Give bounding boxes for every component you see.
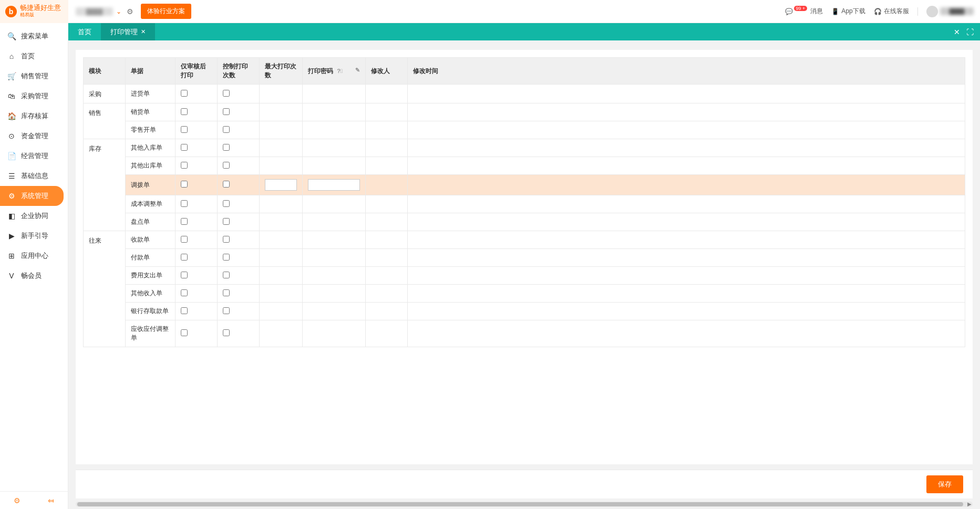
doc-cell: 销货单 xyxy=(126,103,176,121)
sidebar-icon: ⚙ xyxy=(7,192,16,200)
save-button[interactable]: 保存 xyxy=(926,475,963,493)
sidebar-item-5[interactable]: ⊙资金管理 xyxy=(0,126,68,146)
th-doc: 单据 xyxy=(126,58,176,85)
sidebar-item-9[interactable]: ◧企业协同 xyxy=(0,206,68,226)
max-input[interactable] xyxy=(265,179,297,191)
control-cell xyxy=(218,121,260,139)
doc-cell: 应收应付调整单 xyxy=(126,320,176,347)
sidebar-collapse-button[interactable]: ⤆ xyxy=(34,492,68,509)
audit-checkbox[interactable] xyxy=(181,200,188,207)
sidebar-item-8[interactable]: ⚙系统管理 xyxy=(0,186,64,206)
audit-checkbox[interactable] xyxy=(181,329,188,336)
tab-home[interactable]: 首页 xyxy=(68,23,101,40)
modtime-cell xyxy=(408,121,965,139)
app-download-link[interactable]: 📱 App下载 xyxy=(831,7,865,16)
control-checkbox[interactable] xyxy=(223,329,230,336)
control-checkbox[interactable] xyxy=(223,162,230,169)
settings-icon[interactable]: ⚙ xyxy=(127,7,133,16)
table-row: 成本调整单 xyxy=(84,195,965,213)
pwd-cell xyxy=(303,121,366,139)
messages-link[interactable]: 💬 99 + 消息 xyxy=(785,7,823,16)
control-checkbox[interactable] xyxy=(223,90,230,97)
modifier-cell xyxy=(366,157,408,175)
sidebar-item-3[interactable]: 🛍采购管理 xyxy=(0,86,68,106)
table-row: 调拨单 xyxy=(84,175,965,195)
control-checkbox[interactable] xyxy=(223,218,230,225)
audit-checkbox[interactable] xyxy=(181,144,188,151)
control-checkbox[interactable] xyxy=(223,236,230,243)
th-modifier: 修改人 xyxy=(366,58,408,85)
table-row: 其他收入单 xyxy=(84,285,965,303)
sidebar-icon: ⌂ xyxy=(7,52,16,60)
control-cell xyxy=(218,139,260,157)
audit-checkbox[interactable] xyxy=(181,254,188,261)
pwd-input[interactable] xyxy=(308,179,360,191)
audit-cell xyxy=(176,249,218,267)
control-checkbox[interactable] xyxy=(223,126,230,133)
industry-plan-button[interactable]: 体验行业方案 xyxy=(141,4,191,19)
tab-print-manage[interactable]: 打印管理 ✕ xyxy=(101,23,155,40)
control-checkbox[interactable] xyxy=(223,200,230,207)
control-checkbox[interactable] xyxy=(223,181,230,188)
scrollbar-thumb[interactable] xyxy=(77,502,963,506)
sidebar-icon: 🛍 xyxy=(7,92,16,100)
table-row: 其他出库单 xyxy=(84,157,965,175)
sidebar-item-label: 销售管理 xyxy=(21,71,48,81)
control-checkbox[interactable] xyxy=(223,254,230,261)
chevron-down-icon: ⌄ xyxy=(116,8,121,15)
sidebar-settings-button[interactable]: ⚙ xyxy=(0,492,34,509)
sidebar-item-10[interactable]: ▶新手引导 xyxy=(0,226,68,246)
sidebar-item-1[interactable]: ⌂首页 xyxy=(0,46,68,66)
user-menu[interactable]: ████ xyxy=(926,6,974,17)
control-checkbox[interactable] xyxy=(223,108,230,115)
tab-close-all-icon[interactable]: ✕ xyxy=(954,28,960,36)
tenant-select[interactable]: ████ ⌄ xyxy=(76,7,121,16)
control-checkbox[interactable] xyxy=(223,144,230,151)
scrollbar-arrow-right[interactable]: ▶ xyxy=(967,501,972,507)
audit-checkbox[interactable] xyxy=(181,181,188,188)
control-checkbox[interactable] xyxy=(223,272,230,278)
audit-checkbox[interactable] xyxy=(181,272,188,278)
audit-checkbox[interactable] xyxy=(181,236,188,243)
sidebar-item-2[interactable]: 🛒销售管理 xyxy=(0,66,68,86)
chat-icon: 💬 xyxy=(785,8,793,15)
modtime-cell xyxy=(408,267,965,285)
audit-checkbox[interactable] xyxy=(181,90,188,97)
audit-checkbox[interactable] xyxy=(181,289,188,296)
module-cell: 销售 xyxy=(84,103,126,139)
sidebar-item-7[interactable]: ☰基础信息 xyxy=(0,166,68,186)
max-cell xyxy=(260,139,303,157)
sidebar-item-label: 采购管理 xyxy=(21,91,48,101)
sidebar-item-0[interactable]: 🔍搜索菜单 xyxy=(0,26,68,46)
horizontal-scrollbar[interactable]: ▶ xyxy=(76,502,973,507)
sidebar-item-6[interactable]: 📄经营管理 xyxy=(0,146,68,166)
fullscreen-icon[interactable]: ⛶ xyxy=(966,28,974,36)
audit-checkbox[interactable] xyxy=(181,162,188,169)
audit-cell xyxy=(176,303,218,320)
sidebar: 🔍搜索菜单⌂首页🛒销售管理🛍采购管理🏠库存核算⊙资金管理📄经营管理☰基础信息⚙系… xyxy=(0,23,68,509)
audit-checkbox[interactable] xyxy=(181,126,188,133)
modtime-cell xyxy=(408,157,965,175)
sidebar-item-label: 资金管理 xyxy=(21,131,48,141)
control-cell xyxy=(218,85,260,103)
edit-icon[interactable]: ✎ xyxy=(355,67,360,74)
table-row: 银行存取款单 xyxy=(84,303,965,320)
control-checkbox[interactable] xyxy=(223,289,230,296)
sidebar-item-11[interactable]: ⊞应用中心 xyxy=(0,246,68,266)
sidebar-item-4[interactable]: 🏠库存核算 xyxy=(0,106,68,126)
online-service-link[interactable]: 🎧 在线客服 xyxy=(874,7,909,16)
sidebar-icon: V xyxy=(7,272,16,280)
audit-checkbox[interactable] xyxy=(181,108,188,115)
pwd-cell xyxy=(303,213,366,231)
control-checkbox[interactable] xyxy=(223,307,230,314)
help-icon[interactable]: ?⃝ xyxy=(337,68,343,74)
tab-close-icon[interactable]: ✕ xyxy=(141,28,146,35)
modifier-cell xyxy=(366,213,408,231)
modtime-cell xyxy=(408,139,965,157)
audit-checkbox[interactable] xyxy=(181,218,188,225)
audit-checkbox[interactable] xyxy=(181,307,188,314)
sidebar-icon: 📄 xyxy=(7,152,16,160)
sidebar-item-12[interactable]: V畅会员 xyxy=(0,266,68,286)
messages-label: 消息 xyxy=(810,7,823,16)
sidebar-item-label: 畅会员 xyxy=(21,271,42,281)
